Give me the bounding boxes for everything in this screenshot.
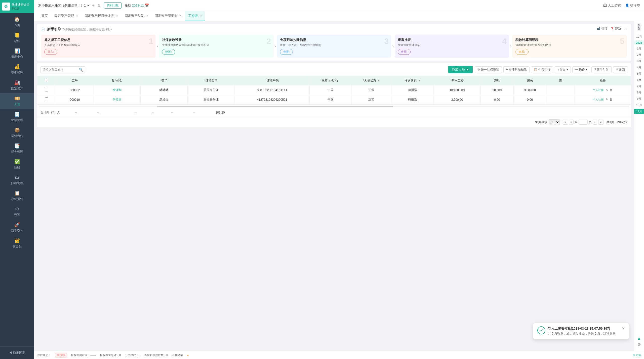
customer-service-label: 人工咨询 [608, 3, 621, 8]
step-4-btn[interactable]: 查看› [398, 49, 411, 55]
export-arrow-icon: ▾ [567, 68, 568, 71]
op-social-1[interactable]: 个人社保 [593, 98, 604, 101]
sidebar-item-tax[interactable]: 📑 税务管理 [0, 141, 34, 157]
tab-salary-close[interactable]: ✕ [200, 14, 202, 17]
scrollbar-thumb[interactable] [157, 106, 393, 107]
op-delete-0[interactable]: 🗑 [610, 88, 613, 92]
tab-depreciation[interactable]: 固定资产折旧统计表 ✕ [82, 11, 121, 21]
customer-service[interactable]: 🎧 人工咨询 [603, 3, 621, 8]
special-deduction-btn[interactable]: + 专项附加扣除 [503, 66, 530, 73]
year-label[interactable]: 2023 [637, 23, 641, 31]
month-3[interactable]: 3月 [634, 59, 644, 64]
tab-depreciation-close[interactable]: ✕ [116, 14, 118, 17]
switch-version-btn[interactable]: 切到旧版 [104, 2, 122, 9]
tab-fixed-asset-close[interactable]: ✕ [76, 14, 78, 17]
social-security-btn[interactable]: ⚙ 统一社保设置 [475, 66, 502, 73]
operation-btn[interactable]: ⋯ 操作 ▾ [572, 66, 590, 73]
employee-name-link-1[interactable]: 李俊杰 [112, 98, 122, 101]
month-12[interactable]: 12月 [634, 34, 644, 39]
auth-remain: 当前剩余授权数：0 [144, 353, 168, 357]
next-page-btn[interactable]: › [593, 120, 597, 125]
add-person-btn[interactable]: 添加人员 ▾ [448, 66, 473, 73]
step-3-btn[interactable]: 查看› [280, 49, 293, 55]
sidebar-item-invoice[interactable]: 🧾 发票管理 [0, 109, 34, 125]
video-link[interactable]: 📹 视频 [596, 27, 607, 31]
calendar-icon[interactable]: 📅 [145, 4, 149, 7]
sidebar-item-home[interactable]: 🏠 首页 [0, 14, 34, 30]
month-1[interactable]: 1月 [634, 46, 644, 51]
sidebar-item-ledger[interactable]: 📒 总账 [0, 30, 34, 46]
page-size-select[interactable]: 10 [549, 119, 560, 125]
go-buy-link[interactable]: 去充值 [633, 353, 641, 357]
step-1-btn[interactable]: 导入› [44, 49, 57, 55]
refresh-btn[interactable]: ↺ 刷新 [613, 66, 628, 73]
toast-desc: 共 9 条数据，成功导入 9 条，失败 0 条，跳过 0 条 [548, 332, 619, 336]
panel-settings-icon[interactable]: ⚙ [637, 342, 641, 347]
month-9[interactable]: 9月 [634, 96, 644, 101]
month-4[interactable]: 4月 [634, 65, 644, 70]
sendstatus-filter-icon[interactable]: ▼ [418, 79, 420, 82]
sidebar-item-sales[interactable]: 📦 进销台账 [0, 125, 34, 141]
sidebar-item-report[interactable]: 📊 报表中心 [0, 46, 34, 62]
first-page-btn[interactable]: « [563, 120, 568, 125]
month-5[interactable]: 5月 [634, 71, 644, 76]
month-7[interactable]: 7月 [634, 84, 644, 89]
newbie-guide-btn[interactable]: ? 新手引导 [591, 66, 612, 73]
step-5-btn[interactable]: 查看› [515, 49, 529, 55]
month-10[interactable]: 10月 [634, 102, 644, 108]
account-dropdown-icon: ▾ [87, 4, 89, 7]
tab-category[interactable]: 固定资产类别 ✕ [122, 11, 151, 21]
help-link[interactable]: ❓ 帮助 [610, 27, 621, 31]
step-2-btn[interactable]: 设置› [162, 49, 175, 55]
month-6[interactable]: 6月 [634, 77, 644, 83]
status-filter-icon[interactable]: ▼ [377, 79, 380, 82]
month-8[interactable]: 8月 [634, 90, 644, 95]
tab-detail[interactable]: 固定资产明细账 ✕ [152, 11, 185, 21]
guide-close-btn[interactable]: ✕ [624, 27, 627, 31]
topbar-settings-icon[interactable]: ⚙ [98, 4, 101, 8]
tab-home[interactable]: 首页 [38, 11, 51, 21]
sidebar-item-fixed-asset[interactable]: 🏭 固定资产 [0, 77, 34, 93]
refresh-label: 刷新 [619, 68, 625, 72]
search-input[interactable] [43, 68, 78, 71]
year-2023[interactable]: 2023 [634, 40, 644, 45]
cancel-fixed-btn[interactable]: ◀ 取消固定 [1, 349, 33, 357]
prev-page-btn[interactable]: ‹ [569, 120, 574, 125]
guide-step-1: 1 导入员工工资信息 人员信息及工资数据新增导入 导入› [41, 35, 156, 58]
sidebar-item-archive[interactable]: 🗂 归档管理 [0, 172, 34, 188]
sidebar-item-settings[interactable]: ⚙ 设置 [0, 204, 34, 220]
tab-salary[interactable]: 工资表 ✕ [185, 11, 205, 21]
row-checkbox-0[interactable] [45, 88, 48, 91]
sidebar-item-member[interactable]: 👑 畅会员 [0, 235, 34, 251]
app-logo: 会 畅捷通好会计 专业版 [0, 0, 34, 13]
employee-name-link-0[interactable]: 徐泽华 [112, 88, 122, 92]
last-page-btn[interactable]: » [598, 120, 603, 125]
page-input[interactable]: 1 [579, 120, 588, 125]
sidebar-item-salary[interactable]: 💴 工资 [0, 93, 34, 109]
sidebar-item-expense[interactable]: 📋 小畅报销 [0, 188, 34, 204]
sidebar-item-close[interactable]: ✅ 结账 [0, 157, 34, 172]
op-delete-1[interactable]: 🗑 [610, 98, 613, 101]
select-all-checkbox[interactable] [45, 79, 48, 82]
op-edit-0[interactable]: ✎ [606, 88, 608, 92]
op-social-0[interactable]: 个人社保 [593, 88, 604, 91]
topbar-plus-icon[interactable]: + [92, 3, 94, 8]
user-info[interactable]: 👤 徐泽华 [625, 3, 640, 8]
tab-fixed-asset[interactable]: 固定资产管理 ✕ [51, 11, 81, 21]
op-edit-1[interactable]: ✎ [606, 98, 608, 101]
export-btn[interactable]: ↑ 导出 ▾ [555, 66, 571, 73]
account-selector[interactable]: 刘小艳演示账套（勿删勿动！）1 ▾ [38, 3, 89, 8]
tab-detail-close[interactable]: ✕ [180, 14, 182, 17]
tab-category-close[interactable]: ✕ [146, 14, 148, 17]
month-11[interactable]: 11月 [634, 109, 644, 114]
panel-up-icon[interactable]: ▲ [637, 336, 641, 341]
month-2[interactable]: 2月 [634, 52, 644, 58]
tax-declare-btn[interactable]: 📋 个税申报 [531, 66, 553, 73]
auth-status-value: 未授权 [55, 353, 67, 357]
horizontal-scrollbar[interactable] [37, 105, 631, 108]
sidebar-item-guide[interactable]: 🚀 新手引导 [0, 220, 34, 235]
toast-close-btn[interactable]: ✕ [622, 326, 625, 330]
sort-icon[interactable]: ⇅ [112, 79, 114, 82]
sidebar-item-fund[interactable]: 💰 资金管理 [0, 62, 34, 77]
row-checkbox-1[interactable] [45, 97, 48, 101]
